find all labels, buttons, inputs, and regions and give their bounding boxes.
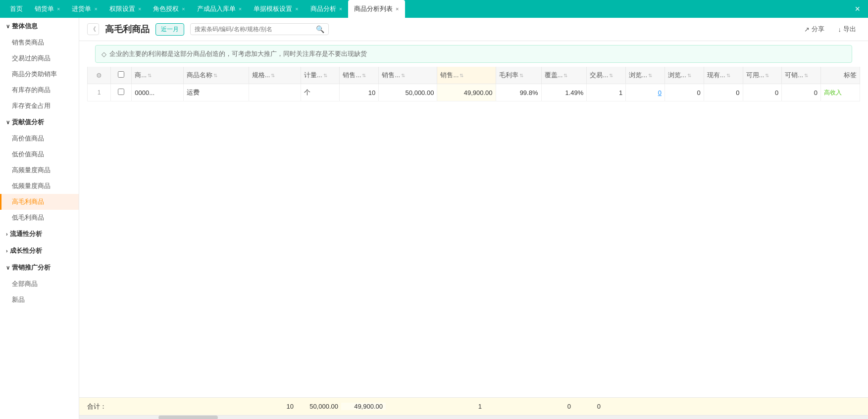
content-area: 《 高毛利商品 近一月 🔍 ↗ 分享 ↓ 导出 bbox=[79, 18, 868, 419]
footer-label: 合计： bbox=[87, 402, 106, 411]
sidebar-item-high-value[interactable]: 高价值商品 bbox=[0, 131, 79, 146]
close-tab-analysis-list[interactable]: × bbox=[396, 6, 399, 12]
close-tab-analysis[interactable]: × bbox=[339, 6, 342, 12]
th-name[interactable]: 商品名称 ⇅ bbox=[184, 67, 249, 84]
sidebar-group-growth-analysis[interactable]: › 成长性分析 bbox=[0, 242, 79, 259]
sort-icon-cover-rate: ⇅ bbox=[563, 73, 567, 78]
th-margin-rate[interactable]: 毛利率 ⇅ bbox=[496, 67, 541, 84]
sort-icon-available: ⇅ bbox=[765, 73, 769, 78]
close-tab-purchase[interactable]: × bbox=[94, 6, 97, 12]
footer-bar: 合计： 10 50,000.00 49,900.00 1 0 0 bbox=[79, 397, 868, 415]
scrollbar-thumb[interactable] bbox=[158, 416, 218, 419]
filter-recent-month-button[interactable]: 近一月 bbox=[155, 23, 184, 36]
search-icon[interactable]: 🔍 bbox=[316, 25, 324, 33]
sort-icon-sales-amount: ⇅ bbox=[401, 73, 405, 78]
th-sales-cost[interactable]: 销售... ⇅ bbox=[437, 67, 496, 84]
th-checkbox[interactable] bbox=[111, 67, 132, 84]
tab-analysis[interactable]: 商品分析 × bbox=[305, 0, 348, 18]
th-cover-rate[interactable]: 覆盖... ⇅ bbox=[541, 67, 587, 84]
tab-analysis-list[interactable]: 商品分析列表 × bbox=[348, 0, 405, 18]
row-sales-amount: 50,000.00 bbox=[379, 84, 437, 101]
close-all-tabs[interactable]: × bbox=[851, 4, 864, 14]
content-header: 《 高毛利商品 近一月 🔍 ↗ 分享 ↓ 导出 bbox=[79, 18, 868, 41]
tab-purchase[interactable]: 进货单 × bbox=[66, 0, 103, 18]
th-settings[interactable]: ⚙ bbox=[88, 67, 111, 84]
row-tag: 高收入 bbox=[821, 84, 860, 101]
tab-roles[interactable]: 角色授权 × bbox=[147, 0, 191, 18]
sidebar-item-stocked-goods[interactable]: 有库存的商品 bbox=[0, 82, 79, 98]
sidebar-item-low-value[interactable]: 低价值商品 bbox=[0, 146, 79, 162]
tab-products[interactable]: 产成品入库单 × bbox=[191, 0, 248, 18]
row-checkbox[interactable] bbox=[111, 84, 132, 101]
th-sales-amount[interactable]: 销售... ⇅ bbox=[379, 67, 437, 84]
tab-permissions[interactable]: 权限设置 × bbox=[103, 0, 147, 18]
close-tab-permissions[interactable]: × bbox=[138, 6, 141, 12]
sidebar-item-stock-ratio[interactable]: 库存资金占用 bbox=[0, 98, 79, 114]
row-spec bbox=[249, 84, 301, 101]
sidebar-item-category-contrib[interactable]: 商品分类助销率 bbox=[0, 66, 79, 82]
th-code[interactable]: 商... ⇅ bbox=[132, 67, 184, 84]
th-browse2[interactable]: 浏览... ⇅ bbox=[664, 67, 704, 84]
sidebar-item-low-freq[interactable]: 低频量度商品 bbox=[0, 178, 79, 194]
footer-sales-qty bbox=[118, 403, 267, 410]
top-nav: 首页 销货单 × 进货单 × 权限设置 × 角色授权 × 产成品入库单 × 单据… bbox=[0, 0, 868, 18]
row-select-checkbox[interactable] bbox=[118, 89, 124, 95]
row-browse2: 0 bbox=[664, 84, 704, 101]
horizontal-scrollbar[interactable] bbox=[79, 415, 868, 419]
arrow-growth-analysis: › bbox=[6, 248, 8, 254]
arrow-flow-analysis: › bbox=[6, 231, 8, 237]
arrow-overall: ∨ bbox=[6, 23, 10, 30]
footer-current-stock: 0 bbox=[544, 403, 574, 410]
footer-trade-count: 1 bbox=[455, 403, 485, 410]
th-saleable[interactable]: 可销... ⇅ bbox=[782, 67, 821, 84]
info-bar: ◇ 企业的主要的利润都是这部分商品创造的，可考虑加大推广，同时关注库存是不要出现… bbox=[95, 45, 852, 63]
footer-cells: 10 50,000.00 49,900.00 1 0 0 bbox=[118, 403, 604, 410]
row-available: 0 bbox=[743, 84, 782, 101]
info-icon: ◇ bbox=[102, 50, 106, 58]
export-button[interactable]: ↓ 导出 bbox=[834, 23, 861, 36]
sort-icon-current-stock: ⇅ bbox=[726, 73, 730, 78]
tab-home[interactable]: 首页 bbox=[4, 0, 29, 18]
row-cover-rate: 1.49% bbox=[541, 84, 587, 101]
th-current-stock[interactable]: 现有... ⇅ bbox=[704, 67, 743, 84]
table-settings-icon[interactable]: ⚙ bbox=[96, 72, 102, 79]
share-button[interactable]: ↗ 分享 bbox=[800, 23, 828, 36]
tab-sales[interactable]: 销货单 × bbox=[29, 0, 66, 18]
th-unit[interactable]: 计量... ⇅ bbox=[301, 67, 340, 84]
tab-template[interactable]: 单据模板设置 × bbox=[248, 0, 304, 18]
footer-browse1 bbox=[485, 403, 514, 410]
page-title: 高毛利商品 bbox=[105, 23, 150, 35]
select-all-checkbox[interactable] bbox=[118, 71, 124, 78]
sidebar-item-traded-goods[interactable]: 交易过的商品 bbox=[0, 50, 79, 66]
footer-cover-rate bbox=[420, 403, 455, 410]
th-trade-count[interactable]: 交易... ⇅ bbox=[587, 67, 626, 84]
sidebar-item-sales-goods[interactable]: 销售类商品 bbox=[0, 35, 79, 50]
sidebar-item-new-goods[interactable]: 新品 bbox=[0, 292, 79, 308]
sort-icon-sales-cost: ⇅ bbox=[460, 73, 463, 78]
sidebar-item-all-goods[interactable]: 全部商品 bbox=[0, 276, 79, 292]
row-sales-qty: 10 bbox=[340, 84, 379, 101]
th-browse1[interactable]: 浏览... ⇅ bbox=[626, 67, 665, 84]
footer-browse2 bbox=[514, 403, 544, 410]
th-available[interactable]: 可用... ⇅ bbox=[743, 67, 782, 84]
sidebar-item-high-freq[interactable]: 高频量度商品 bbox=[0, 162, 79, 178]
share-icon: ↗ bbox=[804, 26, 810, 33]
sidebar-item-low-margin[interactable]: 低毛利商品 bbox=[0, 210, 79, 226]
sidebar-group-marketing-analysis[interactable]: ∨ 营销推广分析 bbox=[0, 259, 79, 276]
close-tab-sales[interactable]: × bbox=[57, 6, 60, 12]
close-tab-template[interactable]: × bbox=[295, 6, 298, 12]
sidebar-group-value-analysis[interactable]: ∨ 贡献值分析 bbox=[0, 114, 79, 131]
search-input[interactable] bbox=[195, 26, 316, 33]
row-browse1[interactable]: 0 bbox=[626, 84, 665, 101]
sort-icon-margin-rate: ⇅ bbox=[519, 73, 523, 78]
close-tab-products[interactable]: × bbox=[239, 6, 242, 12]
th-spec[interactable]: 规格... ⇅ bbox=[249, 67, 301, 84]
collapse-sidebar-button[interactable]: 《 bbox=[87, 23, 99, 35]
main-layout: ∨ 整体信息 销售类商品 交易过的商品 商品分类助销率 有库存的商品 库存资金占… bbox=[0, 18, 868, 419]
sidebar-group-flow-analysis[interactable]: › 流通性分析 bbox=[0, 226, 79, 242]
th-sales-qty[interactable]: 销售... ⇅ bbox=[340, 67, 379, 84]
close-tab-roles[interactable]: × bbox=[182, 6, 185, 12]
sidebar-item-high-margin[interactable]: 高毛利商品 bbox=[0, 194, 79, 210]
sidebar-group-overall[interactable]: ∨ 整体信息 bbox=[0, 18, 79, 35]
footer-sales-qty-val: 10 bbox=[267, 403, 297, 410]
